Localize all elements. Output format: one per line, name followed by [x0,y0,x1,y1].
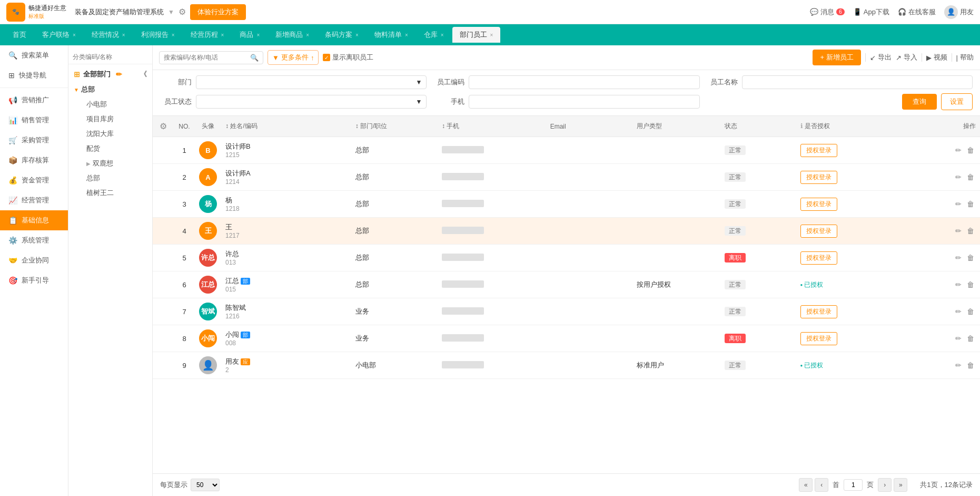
auth-button[interactable]: 授权登录 [800,305,837,318]
video-button[interactable]: ▶ 视频 [926,53,947,62]
edit-button[interactable]: ✏ [955,173,962,181]
edit-button[interactable]: ✏ [955,200,962,208]
auth-button[interactable]: 授权登录 [800,225,837,238]
app-download-btn[interactable]: 📱 App下载 [853,7,889,17]
export-button[interactable]: ↙ 导出 [870,53,892,62]
edit-button[interactable]: ✏ [955,146,962,154]
edit-button[interactable]: ✏ [955,307,962,316]
row-dept-cell: 小电部 [351,352,438,379]
search-submit-icon[interactable]: 🔍 [250,54,259,62]
purchase-icon: 🛒 [8,136,17,144]
col-settings[interactable]: ⚙ [153,116,174,137]
tab-business-status[interactable]: 经营情况 × [84,27,133,43]
filter-emp-name-input[interactable] [742,75,973,89]
dept-edit-icon[interactable]: ✏ [116,70,122,79]
trial-button[interactable]: 体验行业方案 [190,4,246,20]
sidebar-item-search[interactable]: 🔍 搜索菜单 [0,45,68,65]
dept-node-shenyangdaku[interactable]: 沈阳大库 [76,127,152,141]
tab-goods[interactable]: 商品 × [232,27,267,43]
edit-button[interactable]: ✏ [955,227,962,235]
chevron-down-icon-2: ▼ [415,98,422,105]
col-dept-header[interactable]: ↕ 部门/职位 [351,116,438,137]
delete-button[interactable]: 🗑 [967,200,974,208]
set-button[interactable]: 设置 [941,93,973,110]
help-button[interactable]: | 帮助 [956,53,974,62]
dept-search-input[interactable] [73,53,152,61]
dept-node-zhishu[interactable]: 植树王二 [76,186,152,200]
delete-button[interactable]: 🗑 [967,334,974,343]
delete-button[interactable]: 🗑 [967,173,974,181]
sidebar-item-quick-nav[interactable]: ⊞ 快捷导航 [0,65,68,85]
delete-button[interactable]: 🗑 [967,227,974,235]
per-page-select[interactable]: 50 100 200 [191,479,220,491]
sidebar-item-marketing[interactable]: 📢 营销推广 [0,90,68,110]
employee-code: 1218 [225,205,347,212]
add-employee-button[interactable]: + 新增员工 [813,50,860,65]
dept-node-shuanglu[interactable]: ▶ 双鹿想 [76,156,152,171]
auth-button[interactable]: 授权登录 [800,198,837,211]
tab-new-goods[interactable]: 新增商品 × [268,27,316,43]
sidebar-item-basic[interactable]: 📋 基础信息 [0,210,68,230]
dept-node-zongbu-root[interactable]: ▼ 总部 [68,82,152,97]
filter-dept-select[interactable]: ▼ [196,75,427,89]
delete-button[interactable]: 🗑 [967,146,974,154]
import-button[interactable]: ↗ 导入 [896,53,917,62]
last-page-button[interactable]: » [894,478,907,492]
next-page-button[interactable]: › [878,478,892,492]
edit-button[interactable]: ✏ [955,361,962,369]
dropdown-icon[interactable]: ▼ [168,8,174,16]
online-service-btn[interactable]: 🎧 在线客服 [898,7,936,17]
auth-button[interactable]: 授权登录 [800,332,837,345]
tab-barcode[interactable]: 条码方案 × [318,27,366,43]
sidebar-item-purchase[interactable]: 🛒 采购管理 [0,130,68,150]
content-area: 🔍 ⊞ 全部部门 ✏ 《 ▼ 总部 小电部 项目库房 沈阳大库 配货 ▶ 双鹿想 [68,45,980,496]
search-input[interactable] [164,54,248,61]
user-btn[interactable]: 👤 用友 [944,5,974,19]
edit-button[interactable]: ✏ [955,280,962,289]
tab-bom[interactable]: 物料清单 × [367,27,415,43]
filter-phone-input[interactable] [469,95,699,109]
sidebar-item-business[interactable]: 📈 经营管理 [0,190,68,210]
row-name-cell: 王 1217 [221,218,351,245]
tab-customer[interactable]: 客户联络 × [35,27,83,43]
delete-button[interactable]: 🗑 [967,361,974,369]
prev-page-button[interactable]: ‹ [815,478,828,492]
dept-node-xiaodibu[interactable]: 小电部 [76,97,152,112]
message-btn[interactable]: 💬 消息 6 [810,7,845,17]
dept-node-peihuo[interactable]: 配货 [76,141,152,156]
edit-button[interactable]: ✏ [955,334,962,343]
sidebar-item-system[interactable]: ⚙️ 系统管理 [0,230,68,250]
sidebar-item-coop[interactable]: 🤝 企业协同 [0,250,68,270]
table-settings-icon[interactable]: ⚙ [160,122,167,131]
col-phone-header[interactable]: ↕ 手机 [438,116,546,137]
row-phone-cell [438,191,546,218]
sidebar-item-guide[interactable]: 🎯 新手引导 [0,270,68,290]
settings-icon[interactable]: ⚙ [179,7,186,17]
page-input[interactable] [844,479,863,491]
tab-business-history[interactable]: 经营历程 × [183,27,232,43]
more-filter-button[interactable]: ▼ 更多条件 ↑ [268,50,319,65]
show-inactive-toggle[interactable]: ✓ 显示离职员工 [323,53,373,62]
first-page-button[interactable]: « [799,478,813,492]
auth-button[interactable]: 授权登录 [800,144,837,157]
dept-node-xiangmukufang[interactable]: 项目库房 [76,112,152,127]
auth-button[interactable]: 授权登录 [800,251,837,265]
tab-profit[interactable]: 利润报告 × [134,27,182,43]
auth-button[interactable]: 授权登录 [800,171,837,184]
delete-button[interactable]: 🗑 [967,280,974,289]
delete-button[interactable]: 🗑 [967,307,974,316]
tab-warehouse[interactable]: 仓库 × [417,27,451,43]
query-button[interactable]: 查询 [902,94,937,110]
sidebar-item-finance[interactable]: 💰 资金管理 [0,170,68,190]
tab-employees[interactable]: 部门员工 × [452,27,501,43]
filter-emp-code-input[interactable] [469,75,699,89]
sidebar-item-sales[interactable]: 📊 销售管理 [0,110,68,130]
col-name-header[interactable]: ↕ 姓名/编码 [221,116,351,137]
tab-home[interactable]: 首页 [5,27,34,43]
delete-button[interactable]: 🗑 [967,254,974,262]
dept-collapse-icon[interactable]: 《 [140,70,147,79]
filter-emp-status-select[interactable]: ▼ [196,95,427,109]
sidebar-item-inventory[interactable]: 📦 库存核算 [0,150,68,170]
dept-node-zongbu-sub[interactable]: 总部 [76,171,152,186]
edit-button[interactable]: ✏ [955,254,962,262]
